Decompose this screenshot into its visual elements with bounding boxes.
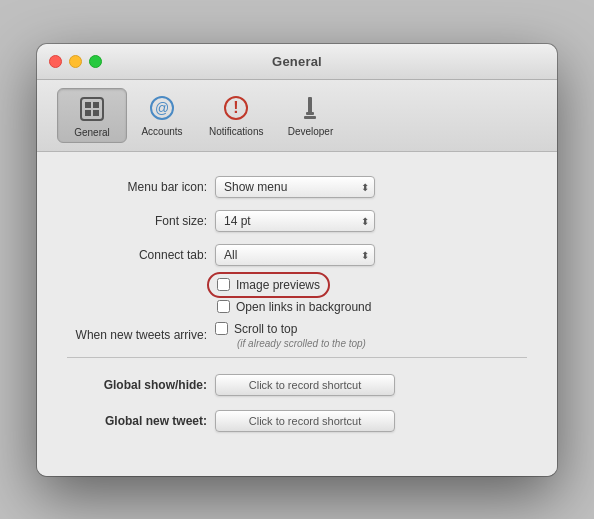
global-show-hide-row: Global show/hide: Click to record shortc…: [67, 374, 527, 396]
svg-rect-11: [304, 116, 316, 119]
connect-tab-label: Connect tab:: [67, 248, 207, 262]
traffic-lights: [49, 55, 102, 68]
svg-rect-0: [81, 98, 103, 120]
font-size-row: Font size: 14 pt ⬍: [67, 210, 527, 232]
svg-text:!: !: [234, 99, 239, 116]
tab-accounts[interactable]: @ Accounts: [127, 88, 197, 143]
scroll-top-check: Scroll to top: [215, 322, 366, 336]
global-new-tweet-button[interactable]: Click to record shortcut: [215, 410, 395, 432]
image-previews-label: Image previews: [236, 278, 320, 292]
connect-tab-select-wrapper: All ⬍: [215, 244, 375, 266]
global-new-tweet-row: Global new tweet: Click to record shortc…: [67, 410, 527, 432]
main-window: General General @ Accou: [37, 44, 557, 476]
scroll-top-label: Scroll to top: [234, 322, 297, 336]
open-links-checkbox[interactable]: [217, 300, 230, 313]
accounts-icon: @: [146, 92, 178, 124]
content-area: Menu bar icon: Show menu ⬍ Font size: 14…: [37, 152, 557, 476]
tab-notifications[interactable]: ! Notifications: [197, 88, 275, 143]
tab-general[interactable]: General: [57, 88, 127, 143]
menu-bar-icon-select-wrapper: Show menu ⬍: [215, 176, 375, 198]
scroll-top-checkbox[interactable]: [215, 322, 228, 335]
close-button[interactable]: [49, 55, 62, 68]
global-new-tweet-label: Global new tweet:: [67, 414, 207, 428]
maximize-button[interactable]: [89, 55, 102, 68]
global-show-hide-label: Global show/hide:: [67, 378, 207, 392]
titlebar: General: [37, 44, 557, 80]
when-tweets-label: When new tweets arrive:: [67, 328, 207, 342]
font-size-select[interactable]: 14 pt: [215, 210, 375, 232]
menu-bar-icon-label: Menu bar icon:: [67, 180, 207, 194]
svg-rect-4: [93, 110, 99, 116]
font-size-label: Font size:: [67, 214, 207, 228]
svg-rect-10: [306, 112, 314, 115]
menu-bar-icon-select[interactable]: Show menu: [215, 176, 375, 198]
svg-rect-2: [93, 102, 99, 108]
global-show-hide-button[interactable]: Click to record shortcut: [215, 374, 395, 396]
svg-rect-1: [85, 102, 91, 108]
image-previews-checkbox[interactable]: [217, 278, 230, 291]
tab-developer-label: Developer: [288, 126, 334, 137]
image-preview-highlight: Image previews: [217, 278, 320, 292]
svg-text:@: @: [155, 100, 169, 116]
scroll-top-sublabel: (if already scrolled to the top): [237, 338, 366, 349]
divider: [67, 357, 527, 358]
open-links-row: Open links in background: [217, 300, 527, 314]
font-size-select-wrapper: 14 pt ⬍: [215, 210, 375, 232]
tab-developer[interactable]: Developer: [275, 88, 345, 143]
notifications-icon: !: [220, 92, 252, 124]
minimize-button[interactable]: [69, 55, 82, 68]
tab-general-label: General: [74, 127, 110, 138]
tab-notifications-label: Notifications: [209, 126, 263, 137]
svg-rect-3: [85, 110, 91, 116]
general-icon: [76, 93, 108, 125]
developer-icon: [294, 92, 326, 124]
open-links-label: Open links in background: [236, 300, 371, 314]
connect-tab-row: Connect tab: All ⬍: [67, 244, 527, 266]
tab-accounts-label: Accounts: [141, 126, 182, 137]
image-previews-row: Image previews: [217, 278, 527, 292]
toolbar: General @ Accounts ! Notifications: [37, 80, 557, 152]
window-title: General: [272, 54, 322, 69]
connect-tab-select[interactable]: All: [215, 244, 375, 266]
menu-bar-icon-row: Menu bar icon: Show menu ⬍: [67, 176, 527, 198]
when-tweets-row: When new tweets arrive: Scroll to top (i…: [67, 322, 527, 349]
when-tweets-content: Scroll to top (if already scrolled to th…: [215, 322, 366, 349]
svg-rect-9: [308, 97, 312, 113]
